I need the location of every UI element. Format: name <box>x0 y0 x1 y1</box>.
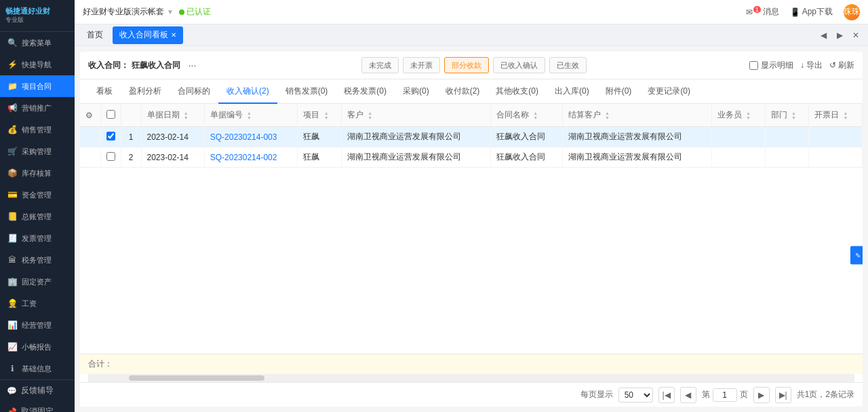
page-last-button[interactable]: ▶| <box>775 387 791 403</box>
checkbox-cell-2[interactable] <box>100 147 121 168</box>
certified-dot <box>179 10 184 15</box>
project-cell-2: 狂飙 <box>298 147 342 168</box>
sub-tab-tax-invoice[interactable]: 税务发票(0) <box>336 79 395 104</box>
department-sort: ▲▼ <box>791 111 796 120</box>
sidebar-item-sales[interactable]: 💰 销售管理 <box>0 119 75 141</box>
sidebar-item-ops[interactable]: 📊 经营管理 <box>0 314 75 336</box>
company-selector[interactable]: 好业财专业版演示帐套 ▼ <box>83 6 174 18</box>
sub-tab-purchase[interactable]: 采购(0) <box>395 79 437 104</box>
more-button[interactable]: ··· <box>186 60 199 71</box>
sub-tab-other-income[interactable]: 其他收支(0) <box>488 79 547 104</box>
status-partial-received[interactable]: 部分收款 <box>444 57 489 73</box>
status-confirmed[interactable]: 已收入确认 <box>493 57 545 73</box>
invoice-date-column-header[interactable]: 开票日 ▲▼ <box>809 104 863 127</box>
sub-tab-contract-standard[interactable]: 合同标的 <box>170 79 218 104</box>
side-note-button[interactable]: ✎ <box>850 246 863 265</box>
sidebar-item-gl-label: 总账管理 <box>22 212 52 222</box>
sidebar-item-pin[interactable]: 📌 取消固定 <box>0 401 75 412</box>
sidebar-item-assets-label: 固定资产 <box>22 277 52 287</box>
page-prev-button[interactable]: ◀ <box>680 387 696 403</box>
sidebar-item-basic-info[interactable]: ℹ 基础信息 <box>0 358 75 379</box>
contract-name-column-header[interactable]: 合同名称 ▲▼ <box>490 104 562 127</box>
sidebar-item-help[interactable]: 💬 反馈辅导 <box>0 380 75 401</box>
status-effective[interactable]: 已生效 <box>549 57 587 73</box>
show-detail-toggle[interactable]: 显示明细 <box>749 60 793 71</box>
tab-bar: 首页 收入合同看板 ✕ ◀ ▶ ✕ <box>75 24 868 46</box>
refresh-button[interactable]: ↺ 刷新 <box>829 60 854 71</box>
sidebar-item-hr[interactable]: 👷 工资 <box>0 293 75 314</box>
order-date-cell-2: 2023-02-14 <box>141 147 204 168</box>
settle-customer-column-header[interactable]: 结算客户 ▲▼ <box>562 104 711 127</box>
tab-income-contract[interactable]: 收入合同看板 ✕ <box>113 26 183 44</box>
sidebar-item-general-ledger[interactable]: 📒 总账管理 <box>0 206 75 227</box>
sidebar-item-project-contract[interactable]: 📁 项目合同 <box>0 75 75 97</box>
order-no-column-header[interactable]: 单据编号 ▲▼ <box>204 104 298 127</box>
order-no-link-1[interactable]: SQ-20230214-003 <box>210 132 277 142</box>
tab-close-all-button[interactable]: ✕ <box>849 29 863 42</box>
order-date-column-header[interactable]: 单据日期 ▲▼ <box>141 104 204 127</box>
sub-tab-change-log[interactable]: 变更记录(0) <box>639 79 698 104</box>
invoice-date-cell-1 <box>809 127 863 147</box>
sidebar-item-marketing[interactable]: 📢 营销推广 <box>0 97 75 119</box>
pagination: 每页显示 20 50 100 200 |◀ ◀ 第 页 ▶ ▶ <box>80 382 863 407</box>
content-panel: 收入合同： 狂飙收入合同 ··· 未完成 未开票 部分收款 已收入确认 已生效 … <box>80 52 863 407</box>
sidebar-item-sales-label: 销售管理 <box>22 125 52 135</box>
sidebar-item-search-label: 搜索菜单 <box>22 38 52 48</box>
sub-tab-warehouse[interactable]: 出入库(0) <box>547 79 597 104</box>
order-no-link-2[interactable]: SQ-20230214-002 <box>210 153 277 162</box>
sub-tab-kanban[interactable]: 看板 <box>88 79 121 104</box>
sidebar-item-capital[interactable]: 💳 资金管理 <box>0 184 75 206</box>
page-number-input[interactable] <box>713 388 737 402</box>
tab-next-button[interactable]: ▶ <box>833 29 846 42</box>
select-all-checkbox[interactable] <box>106 110 115 119</box>
message-icon: ✉ <box>746 7 753 17</box>
sub-tab-payment[interactable]: 收付款(2) <box>437 79 488 104</box>
department-column-header[interactable]: 部门 ▲▼ <box>765 104 809 127</box>
scrollbar-thumb[interactable] <box>129 375 264 381</box>
sub-tab-attachment[interactable]: 附件(0) <box>597 79 640 104</box>
message-button[interactable]: ✉ 1 消息 <box>746 6 779 18</box>
sub-tab-income-confirm[interactable]: 收入确认(2) <box>218 79 277 104</box>
settle-customer-cell-2: 湖南卫视商业运营发展有限公司 <box>562 147 711 168</box>
sidebar-item-invoice[interactable]: 🧾 发票管理 <box>0 227 75 249</box>
user-profile[interactable]: 珠珠 <box>844 4 860 20</box>
page-total-info: 共1页，2条记录 <box>797 389 854 400</box>
sidebar-item-tax[interactable]: 🏛 税务管理 <box>0 249 75 271</box>
sub-tab-profit[interactable]: 盈利分析 <box>121 79 170 104</box>
settings-icon[interactable]: ⚙ <box>85 111 93 120</box>
sidebar-item-fixed-assets[interactable]: 🏢 固定资产 <box>0 271 75 293</box>
status-not-invoiced[interactable]: 未开票 <box>403 57 440 73</box>
app-download-button[interactable]: 📱 App下载 <box>790 6 833 18</box>
search-icon: 🔍 <box>7 37 18 48</box>
table-container[interactable]: ⚙ 单据日期 ▲▼ <box>80 104 863 354</box>
row-checkbox-1[interactable] <box>106 132 115 141</box>
row-checkbox-2[interactable] <box>106 152 115 161</box>
page-next-button[interactable]: ▶ <box>753 387 770 403</box>
project-sort: ▲▼ <box>324 111 329 120</box>
sidebar-item-purchase[interactable]: 🛒 采购管理 <box>0 141 75 162</box>
page-size-select[interactable]: 20 50 100 200 <box>618 388 653 402</box>
tab-home[interactable]: 首页 <box>80 26 110 44</box>
sidebar-item-inventory[interactable]: 📦 库存核算 <box>0 162 75 184</box>
show-detail-checkbox[interactable] <box>749 61 758 70</box>
order-no-cell-2[interactable]: SQ-20230214-002 <box>204 147 298 168</box>
tab-prev-button[interactable]: ◀ <box>816 29 830 42</box>
salesperson-column-header[interactable]: 业务员 ▲▼ <box>711 104 765 127</box>
customer-column-header[interactable]: 客户 ▲▼ <box>341 104 490 127</box>
table-row[interactable]: 2 2023-02-14 SQ-20230214-002 狂飙 湖南卫视商业运营… <box>80 147 863 168</box>
export-button[interactable]: ↓ 导出 <box>800 60 823 71</box>
sidebar-item-report[interactable]: 📈 小畅报告 <box>0 336 75 358</box>
checkbox-cell-1[interactable] <box>100 127 121 147</box>
table-row[interactable]: 1 2023-02-14 SQ-20230214-003 狂飙 湖南卫视商业运营… <box>80 127 863 147</box>
project-column-header[interactable]: 项目 ▲▼ <box>298 104 342 127</box>
order-no-cell-1[interactable]: SQ-20230214-003 <box>204 127 298 147</box>
sidebar-item-search[interactable]: 🔍 搜索菜单 <box>0 32 75 54</box>
notification-badge: 1 <box>753 6 761 13</box>
horizontal-scrollbar[interactable] <box>88 374 854 382</box>
tab-close-icon[interactable]: ✕ <box>171 31 176 39</box>
status-not-done[interactable]: 未完成 <box>361 57 399 73</box>
sidebar-item-quick-nav[interactable]: ⚡ 快捷导航 <box>0 54 75 75</box>
page-first-button[interactable]: |◀ <box>658 387 675 403</box>
sub-tab-sales-invoice[interactable]: 销售发票(0) <box>277 79 336 104</box>
main-content: 好业财专业版演示帐套 ▼ 已认证 ✉ 1 消息 📱 App下载 珠珠 <box>75 0 868 412</box>
